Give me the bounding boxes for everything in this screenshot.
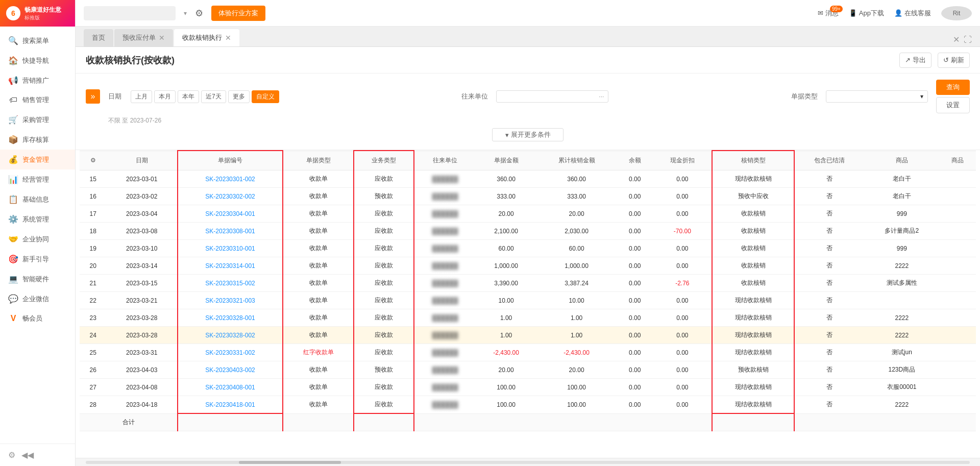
sidebar-item-guide[interactable]: 🎯 新手引导 — [0, 249, 75, 269]
finance-icon: 💰 — [8, 155, 18, 164]
collapse-icon[interactable]: ◀◀ — [21, 450, 34, 460]
sidebar-item-finance[interactable]: 💰 资金管理 — [0, 150, 75, 169]
query-button[interactable]: 查询 — [936, 80, 970, 95]
cell-balance: 0.00 — [617, 240, 653, 257]
expand-arrow-icon: » — [91, 92, 95, 101]
sidebar-menu: 🔍 搜索菜单 🏠 快捷导航 📢 营销推广 🏷 销售管理 🛒 采购管理 📦 库存核… — [0, 27, 75, 444]
settings-bottom-icon[interactable]: ⚙ — [8, 450, 15, 460]
cell-product: 衣服00001 — [864, 379, 939, 396]
cell-include-clear: 否 — [794, 240, 864, 257]
topbar-search-input[interactable] — [88, 10, 172, 17]
scrollbar-thumb[interactable] — [239, 461, 341, 464]
date-btn-custom[interactable]: 自定义 — [252, 90, 279, 103]
cell-doc-no[interactable]: SK-20230418-001 — [178, 396, 283, 414]
filter-settings-button[interactable]: 设置 — [936, 97, 970, 113]
cell-doc-no[interactable]: SK-20230301-002 — [178, 170, 283, 188]
doc-type-filter-select[interactable]: ▾ — [826, 90, 928, 103]
cell-balance: 0.00 — [617, 205, 653, 223]
tab-verify[interactable]: 收款核销执行 ✕ — [174, 29, 239, 46]
sidebar-item-member[interactable]: V 畅会员 — [0, 309, 75, 328]
tab-verify-close[interactable]: ✕ — [225, 34, 231, 42]
cell-amount: 100.00 — [476, 379, 536, 396]
tab-close-all-icon[interactable]: ✕ — [953, 35, 960, 44]
tab-prepay[interactable]: 预收应付单 ✕ — [114, 29, 173, 46]
cell-amount: 60.00 — [476, 240, 536, 257]
expand-more-button[interactable]: ▾ 展开更多条件 — [492, 128, 564, 141]
date-btn-last-month[interactable]: 上月 — [131, 90, 152, 103]
cell-discount: 0.00 — [653, 240, 712, 257]
cell-product2 — [940, 396, 976, 414]
cell-doc-no[interactable]: SK-20230304-001 — [178, 205, 283, 223]
user-avatar[interactable]: Rit — [941, 6, 972, 20]
online-service-button[interactable]: 👤 在线客服 — [894, 9, 931, 18]
filter-row-1: » 日期 上月 本月 本年 近7天 更多 自定义 往来单位 ··· 单据类型 ▾ — [86, 80, 970, 113]
cell-doc-no[interactable]: SK-20230408-001 — [178, 379, 283, 396]
sidebar-bottom: ⚙ ◀◀ — [0, 444, 75, 466]
sidebar-item-enterprise[interactable]: 🤝 企业协同 — [0, 229, 75, 249]
partner-filter-input[interactable]: ··· — [496, 90, 608, 103]
col-header-partner: 往来单位 — [414, 151, 476, 170]
date-btn-this-year[interactable]: 本年 — [178, 90, 199, 103]
cell-product2 — [940, 188, 976, 205]
logo-sub: 标推版 — [24, 14, 61, 21]
date-btn-this-month[interactable]: 本月 — [154, 90, 176, 103]
col-header-amount: 单据金额 — [476, 151, 536, 170]
cell-verify-type: 现结收款核销 — [712, 327, 794, 344]
sidebar-item-operation[interactable]: 📊 经营管理 — [0, 169, 75, 189]
table-row: 152023-03-01SK-20230301-002收款单应收款██████3… — [80, 170, 976, 188]
sidebar-item-system[interactable]: ⚙️ 系统管理 — [0, 209, 75, 229]
operation-icon: 📊 — [8, 175, 18, 184]
cell-balance: 0.00 — [617, 188, 653, 205]
cell-doc-no[interactable]: SK-20230315-002 — [178, 275, 283, 292]
sidebar-item-sales[interactable]: 🏷 销售管理 — [0, 90, 75, 110]
cell-doc-no[interactable]: SK-20230331-002 — [178, 344, 283, 361]
date-btn-more[interactable]: 更多 — [228, 90, 250, 103]
sidebar-item-label: 库存核算 — [22, 135, 49, 144]
table-row: 272023-04-08SK-20230408-001收款单应收款██████1… — [80, 379, 976, 396]
refresh-button[interactable]: ↺ 刷新 — [938, 53, 970, 68]
sidebar-item-purchase[interactable]: 🛒 采购管理 — [0, 110, 75, 130]
sidebar-item-hardware[interactable]: 💻 智能硬件 — [0, 269, 75, 289]
cell-cum-amount: 3,387.24 — [536, 275, 617, 292]
cell-doc-no[interactable]: SK-20230328-002 — [178, 327, 283, 344]
tab-home[interactable]: 首页 — [84, 29, 113, 46]
app-download-button[interactable]: 📱 App下载 — [849, 9, 884, 18]
cell-doc-no[interactable]: SK-20230314-001 — [178, 257, 283, 275]
cell-include-clear: 否 — [794, 327, 864, 344]
topbar-search-bar[interactable] — [84, 6, 176, 20]
date-btn-7days[interactable]: 近7天 — [201, 90, 226, 103]
table-row: 192023-03-10SK-20230310-001收款单应收款██████6… — [80, 240, 976, 257]
sidebar-item-marketing[interactable]: 📢 营销推广 — [0, 70, 75, 90]
cell-include-clear: 否 — [794, 170, 864, 188]
cell-doc-no[interactable]: SK-20230302-002 — [178, 188, 283, 205]
cell-doc-type: 收款单 — [283, 396, 354, 414]
tab-prepay-close[interactable]: ✕ — [159, 34, 165, 42]
message-button[interactable]: ✉ 消息 99+ — [818, 9, 839, 18]
cell-discount: 0.00 — [653, 379, 712, 396]
tab-expand-icon[interactable]: ⛶ — [964, 35, 972, 44]
cell-include-clear: 否 — [794, 275, 864, 292]
cell-doc-no[interactable]: SK-20230310-001 — [178, 240, 283, 257]
expand-more-label: 展开更多条件 — [511, 130, 551, 139]
cell-doc-no[interactable]: SK-20230321-003 — [178, 292, 283, 309]
sidebar-item-nav[interactable]: 🏠 快捷导航 — [0, 51, 75, 70]
footer-product — [864, 413, 939, 431]
cell-doc-no[interactable]: SK-20230403-002 — [178, 361, 283, 379]
filter-expand-icon[interactable]: » — [86, 89, 100, 104]
cell-cum-amount: 1.00 — [536, 327, 617, 344]
gear-icon[interactable]: ⚙ — [195, 8, 203, 19]
partner-filter-label: 往来单位 — [461, 92, 488, 101]
system-icon: ⚙️ — [8, 214, 18, 224]
cell-date: 2023-03-28 — [106, 309, 178, 327]
sidebar-item-inventory[interactable]: 📦 库存核算 — [0, 130, 75, 150]
expand-chevron-icon: ▾ — [505, 131, 509, 139]
cell-doc-no[interactable]: SK-20230328-001 — [178, 309, 283, 327]
sidebar-item-wechat[interactable]: 💬 企业微信 — [0, 289, 75, 309]
col-header-settings[interactable]: ⚙ — [80, 151, 106, 170]
sidebar-item-basic[interactable]: 📋 基础信息 — [0, 189, 75, 209]
export-button[interactable]: ↗ 导出 — [899, 53, 932, 68]
cell-biz-type: 应收款 — [354, 309, 414, 327]
industry-solution-button[interactable]: 体验行业方案 — [211, 6, 265, 21]
sidebar-item-search[interactable]: 🔍 搜索菜单 — [0, 31, 75, 51]
cell-doc-no[interactable]: SK-20230308-001 — [178, 223, 283, 240]
